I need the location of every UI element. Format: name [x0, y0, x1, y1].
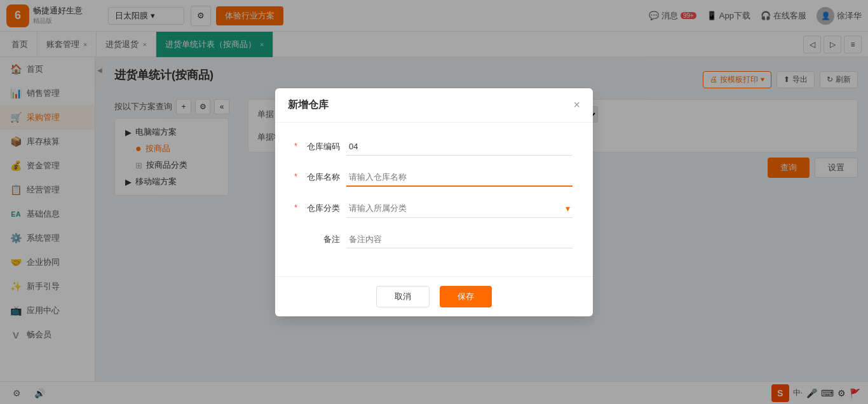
- warehouse-note-input[interactable]: [346, 231, 573, 248]
- form-row-code: 仓库编码: [295, 138, 573, 156]
- form-row-note: 备注: [295, 231, 573, 248]
- dialog-footer: 取消 保存: [275, 276, 593, 316]
- save-button[interactable]: 保存: [440, 286, 492, 307]
- warehouse-category-select[interactable]: ▾: [346, 199, 573, 218]
- modal-overlay[interactable]: 新增仓库 × 仓库编码 仓库名称 仓库分类 ▾: [0, 0, 868, 404]
- dialog-header: 新增仓库 ×: [275, 88, 593, 123]
- warehouse-category-input[interactable]: [349, 203, 566, 213]
- form-row-name: 仓库名称: [295, 168, 573, 187]
- form-label-code: 仓库编码: [295, 141, 346, 152]
- dialog-title: 新增仓库: [288, 98, 329, 112]
- cancel-button[interactable]: 取消: [376, 286, 430, 307]
- warehouse-code-input[interactable]: [346, 138, 573, 156]
- warehouse-name-input[interactable]: [346, 168, 573, 187]
- form-row-category: 仓库分类 ▾: [295, 199, 573, 218]
- form-label-category: 仓库分类: [295, 203, 346, 214]
- dialog-close-button[interactable]: ×: [573, 98, 580, 112]
- new-warehouse-dialog: 新增仓库 × 仓库编码 仓库名称 仓库分类 ▾: [275, 88, 593, 316]
- form-label-note: 备注: [295, 234, 346, 245]
- category-dropdown-arrow: ▾: [566, 203, 570, 213]
- form-label-name: 仓库名称: [295, 172, 346, 183]
- dialog-body: 仓库编码 仓库名称 仓库分类 ▾ 备注: [275, 123, 593, 276]
